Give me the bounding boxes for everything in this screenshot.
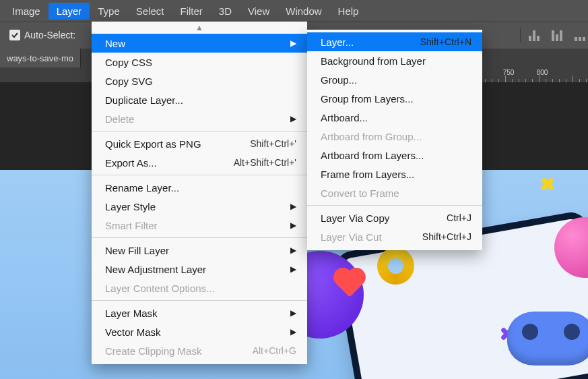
layer-menu-content-options[interactable]: Layer Content Options... bbox=[92, 279, 307, 297]
layer-menu-smart-filter[interactable]: Smart Filter ▶ bbox=[92, 216, 307, 235]
layer-menu-duplicate[interactable]: Duplicate Layer... bbox=[92, 90, 307, 109]
layer-menu-copy-css[interactable]: Copy CSS bbox=[92, 53, 307, 71]
menu-filter[interactable]: Filter bbox=[172, 3, 210, 20]
submenu-arrow-icon: ▶ bbox=[290, 114, 296, 123]
new-group[interactable]: Group... bbox=[307, 70, 482, 89]
layer-menu-new-adjustment[interactable]: New Adjustment Layer ▶ bbox=[92, 260, 307, 279]
new-background-from-layer[interactable]: Background from Layer bbox=[307, 51, 482, 70]
new-layer-item[interactable]: Layer... Shift+Ctrl+N bbox=[307, 32, 482, 51]
layer-menu-rename[interactable]: Rename Layer... bbox=[92, 178, 307, 197]
new-convert-to-frame[interactable]: Convert to Frame bbox=[307, 183, 482, 202]
submenu-arrow-icon: ▶ bbox=[290, 221, 296, 230]
menu-separator bbox=[92, 300, 307, 301]
menu-separator bbox=[92, 237, 307, 238]
submenu-arrow-icon: ▶ bbox=[290, 327, 296, 337]
menu-3d[interactable]: 3D bbox=[211, 3, 240, 20]
menu-layer[interactable]: Layer bbox=[48, 3, 90, 20]
menu-scroll-up-icon[interactable]: ▲ bbox=[92, 24, 307, 34]
menu-image[interactable]: Image bbox=[4, 3, 48, 20]
submenu-arrow-icon: ▶ bbox=[290, 38, 296, 48]
layer-menu-quick-export[interactable]: Quick Export as PNG Shift+Ctrl+' bbox=[92, 134, 307, 153]
new-submenu-panel: Layer... Shift+Ctrl+N Background from La… bbox=[307, 30, 482, 250]
align-icon-3[interactable] bbox=[575, 29, 588, 41]
layer-menu-copy-svg[interactable]: Copy SVG bbox=[92, 71, 307, 90]
layer-menu-new-fill[interactable]: New Fill Layer ▶ bbox=[92, 241, 307, 260]
menu-select[interactable]: Select bbox=[128, 3, 172, 20]
layer-menu-panel: ▲ New ▶ Copy CSS Copy SVG Duplicate Laye… bbox=[92, 22, 307, 364]
auto-select-label: Auto-Select: bbox=[24, 30, 75, 40]
canvas-art-game-controller bbox=[507, 312, 588, 366]
submenu-arrow-icon: ▶ bbox=[290, 308, 296, 318]
canvas-art-yellow-donut bbox=[377, 247, 414, 285]
layer-menu-layer-mask[interactable]: Layer Mask ▶ bbox=[92, 303, 307, 322]
align-icon-2[interactable] bbox=[552, 29, 568, 41]
menu-type[interactable]: Type bbox=[90, 3, 128, 20]
layer-menu-clipping-mask[interactable]: Create Clipping Mask Alt+Ctrl+G bbox=[92, 341, 307, 360]
submenu-arrow-icon: ▶ bbox=[290, 202, 296, 211]
menubar: Image Layer Type Select Filter 3D View W… bbox=[0, 0, 588, 22]
layer-menu-vector-mask[interactable]: Vector Mask ▶ bbox=[92, 322, 307, 341]
menu-view[interactable]: View bbox=[240, 3, 277, 20]
canvas-art-yellow-cross bbox=[539, 175, 556, 193]
layer-menu-delete[interactable]: Delete ▶ bbox=[92, 109, 307, 128]
new-layer-via-cut[interactable]: Layer Via Cut Shift+Ctrl+J bbox=[307, 227, 482, 246]
layer-menu-new[interactable]: New ▶ bbox=[92, 34, 307, 53]
menu-help[interactable]: Help bbox=[330, 3, 367, 20]
submenu-arrow-icon: ▶ bbox=[290, 245, 296, 255]
menu-window[interactable]: Window bbox=[277, 3, 329, 20]
new-group-from-layers[interactable]: Group from Layers... bbox=[307, 89, 482, 108]
layer-menu-export-as[interactable]: Export As... Alt+Shift+Ctrl+' bbox=[92, 153, 307, 172]
new-layer-via-copy[interactable]: Layer Via Copy Ctrl+J bbox=[307, 208, 482, 227]
menu-separator bbox=[307, 205, 482, 206]
new-artboard-from-group[interactable]: Artboard from Group... bbox=[307, 127, 482, 146]
document-tab[interactable]: ways-to-save-mo bbox=[0, 49, 81, 67]
new-frame-from-layers[interactable]: Frame from Layers... bbox=[307, 165, 482, 183]
new-artboard[interactable]: Artboard... bbox=[307, 108, 482, 127]
submenu-arrow-icon: ▶ bbox=[290, 264, 296, 274]
options-separator bbox=[520, 28, 521, 42]
align-icon-1[interactable] bbox=[529, 29, 545, 41]
menu-separator bbox=[92, 175, 307, 175]
new-artboard-from-layers[interactable]: Artboard from Layers... bbox=[307, 146, 482, 165]
menu-separator bbox=[92, 131, 307, 132]
layer-menu-layer-style[interactable]: Layer Style ▶ bbox=[92, 197, 307, 216]
auto-select-checkbox[interactable] bbox=[9, 30, 20, 40]
